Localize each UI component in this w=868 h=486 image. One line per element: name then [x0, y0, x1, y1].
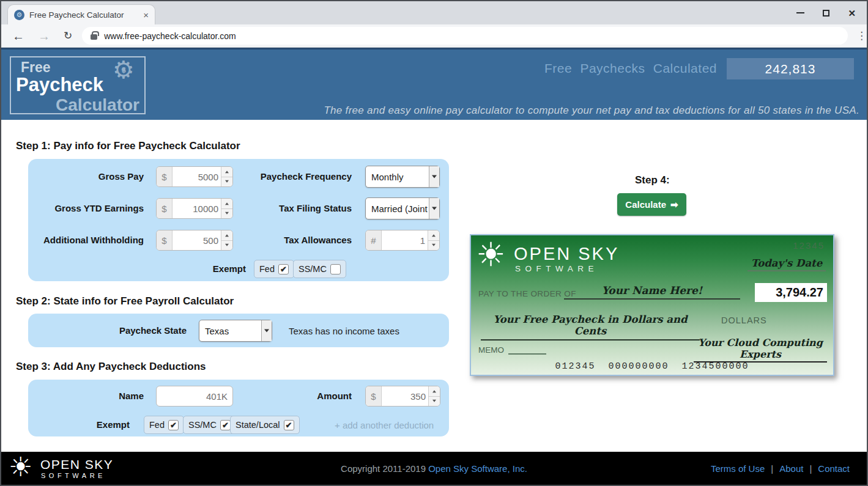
- arrow-right-icon: [670, 199, 678, 210]
- logo-text-calculator: Calculator: [56, 95, 139, 115]
- paychecks-calculated-counter: 242,813: [727, 58, 854, 79]
- browser-window: Free Paycheck Calculator × www.free-payc…: [0, 0, 868, 486]
- paycheck-state-label: Paycheck State: [28, 325, 187, 336]
- browser-titlebar: Free Paycheck Calculator ×: [1, 1, 867, 24]
- check-date: Today's Date: [747, 257, 826, 271]
- about-link[interactable]: About: [779, 463, 803, 474]
- site-footer: OPEN SKY SOFTWARE Copyright 2011-2019 Op…: [1, 452, 867, 485]
- step4-heading: Step 4:: [635, 174, 670, 186]
- dollar-prefix: $: [157, 230, 172, 250]
- site-logo[interactable]: Free Paycheck Calculator $: [10, 56, 146, 114]
- sun-logo-icon: [476, 238, 505, 271]
- step3-heading: Step 3: Add Any Paycheck Deductions: [16, 361, 206, 373]
- dollar-prefix: $: [157, 167, 172, 186]
- deduction-amount-label: Amount: [199, 391, 352, 402]
- sample-paycheck-image: OPEN SKY SOFTWARE 12345 Today's Date PAY…: [470, 234, 834, 376]
- step1-heading: Step 1: Pay info for Free Paycheck Calcu…: [16, 140, 240, 152]
- logo-text-free: Free: [21, 59, 51, 76]
- spinner-icon[interactable]: [428, 230, 439, 250]
- number-prefix: #: [366, 230, 382, 250]
- tax-allowances-input-group: #: [365, 230, 440, 251]
- forward-icon: [38, 30, 50, 42]
- state-local-checkbox[interactable]: ✔: [284, 420, 294, 430]
- company-link[interactable]: Open Sky Software, Inc.: [428, 463, 527, 474]
- logo-text-paycheck: Paycheck: [16, 74, 103, 96]
- site-header: Free Paycheck Calculator $ Free Paycheck…: [1, 48, 867, 120]
- paycheck-frequency-label: Paycheck Frequency: [199, 171, 352, 182]
- deduction-amount-input-group: $: [365, 386, 440, 407]
- paycheck-state-select[interactable]: Texas: [199, 320, 272, 342]
- site-favicon-icon: [14, 10, 24, 20]
- step1-panel: Gross Pay $ Paycheck Frequency Monthly G…: [28, 159, 449, 281]
- tab-close-icon[interactable]: ×: [143, 10, 149, 20]
- deduction-state-local-checkbox-group[interactable]: State/Local ✔: [230, 416, 300, 434]
- memo-label: MEMO: [478, 345, 546, 355]
- chevron-down-icon: [429, 166, 439, 187]
- deduction-exempt-label: Exempt: [28, 419, 130, 430]
- contact-link[interactable]: Contact: [818, 463, 850, 474]
- deduction-name-label: Name: [28, 391, 144, 402]
- ssmc-checkbox[interactable]: [330, 264, 341, 274]
- window-maximize-button[interactable]: [823, 10, 829, 17]
- check-amount: 3,794.27: [755, 283, 827, 302]
- deduction-ssmc-checkbox-group[interactable]: SS/MC ✔: [183, 416, 236, 434]
- step3-panel: Name Amount $ Exempt Fed ✔ SS/MC ✔ State…: [28, 380, 449, 436]
- gear-dollar-icon: $: [113, 57, 138, 84]
- check-brand-subname: SOFTWARE: [515, 264, 598, 273]
- tab-title: Free Paycheck Calculator: [29, 10, 136, 20]
- back-icon[interactable]: [12, 30, 24, 42]
- terms-of-use-link[interactable]: Terms of Use: [711, 463, 765, 474]
- add-another-deduction-link[interactable]: + add another deduction: [335, 420, 434, 430]
- footer-links: Terms of Use | About | Contact: [711, 463, 850, 474]
- site-tagline: The free and easy online pay calculator …: [324, 105, 859, 117]
- gross-pay-label: Gross Pay: [28, 171, 144, 182]
- address-bar[interactable]: www.free-paycheck-calculator.com: [82, 27, 848, 45]
- check-amount-words: Your Free Paycheck in Dollars and Cents: [481, 314, 700, 341]
- paycheck-frequency-select[interactable]: Monthly: [365, 166, 440, 188]
- url-text[interactable]: www.free-paycheck-calculator.com: [104, 31, 236, 41]
- state-tax-note: Texas has no income taxes: [289, 326, 399, 336]
- chevron-down-icon: [261, 320, 272, 341]
- link-separator: |: [771, 463, 773, 474]
- spinner-icon[interactable]: [428, 386, 440, 406]
- check-payee: Your Name Here!: [564, 284, 740, 300]
- fed-checkbox[interactable]: ✔: [168, 420, 179, 430]
- window-minimize-button[interactable]: [796, 12, 804, 13]
- gross-ytd-label: Gross YTD Earnings: [28, 203, 144, 214]
- check-micr-numbers: 012345 000000000 1234500000: [471, 361, 833, 372]
- lock-icon: [91, 34, 97, 40]
- chevron-down-icon: [429, 198, 439, 219]
- tax-allowances-input[interactable]: [382, 230, 428, 250]
- ssmc-checkbox[interactable]: ✔: [220, 420, 231, 430]
- browser-tab[interactable]: Free Paycheck Calculator ×: [7, 4, 155, 24]
- tax-filing-status-select[interactable]: Married (Joint: [365, 197, 440, 219]
- reload-icon[interactable]: [64, 31, 72, 41]
- link-separator: |: [809, 463, 812, 474]
- tax-allowances-label: Tax Allowances: [199, 235, 352, 246]
- dollar-prefix: $: [157, 199, 172, 218]
- step2-panel: Paycheck State Texas Texas has no income…: [28, 314, 449, 347]
- window-close-button[interactable]: [848, 9, 856, 18]
- window-controls: [796, 1, 856, 24]
- deduction-amount-input[interactable]: [382, 386, 428, 406]
- additional-withholding-label: Additional Withholding: [28, 235, 144, 246]
- exempt-fed-checkbox-group[interactable]: Fed ✔: [254, 260, 294, 278]
- paychecks-calculated-label: Free Paychecks Calculated: [544, 61, 717, 76]
- exempt-ssmc-checkbox-group[interactable]: SS/MC: [293, 260, 346, 278]
- step2-heading: Step 2: State info for Free Payroll Calc…: [16, 295, 234, 307]
- check-number: 12345: [793, 240, 825, 251]
- dollar-prefix: $: [366, 386, 382, 406]
- dollars-label: DOLLARS: [721, 315, 767, 325]
- check-brand-name: OPEN SKY: [514, 244, 619, 264]
- fed-checkbox[interactable]: ✔: [278, 264, 289, 274]
- browser-toolbar: www.free-paycheck-calculator.com: [1, 24, 867, 48]
- memo-line: [508, 347, 546, 355]
- pay-to-label: PAY TO THE ORDER OF: [478, 289, 576, 298]
- deduction-fed-checkbox-group[interactable]: Fed ✔: [144, 416, 184, 434]
- calculate-button[interactable]: Calculate: [617, 193, 686, 216]
- browser-menu-icon[interactable]: [856, 29, 867, 42]
- exempt-label: Exempt: [93, 263, 246, 274]
- tax-filing-status-label: Tax Filing Status: [199, 203, 352, 214]
- check-signature: Your Cloud Computing Experts: [694, 337, 827, 363]
